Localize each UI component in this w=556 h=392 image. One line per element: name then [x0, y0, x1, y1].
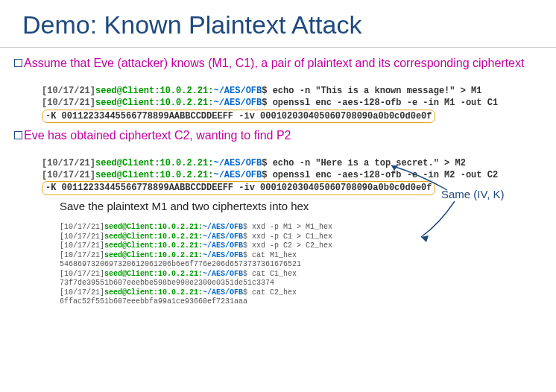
hex-l2: [10/17/21]seed@Client:10.0.2.21:~/AES/OF… — [60, 233, 332, 241]
hex-l5: 5468697320697320612061206b6e6f776e206d65… — [60, 260, 301, 268]
cmd: $ echo -n "This is a known message!" > M… — [262, 86, 481, 96]
title-divider — [0, 47, 556, 48]
path: ~/AES/OFB — [213, 86, 262, 96]
hex-l1: [10/17/21]seed@Client:10.0.2.21:~/AES/OF… — [60, 223, 332, 231]
host: :10.0.2.21: — [154, 158, 213, 168]
path: ~/AES/OFB — [213, 158, 262, 168]
ts: [10/17/21] — [42, 98, 95, 108]
subheading-save-hex: Save the plaintext M1 and two ciphertext… — [60, 200, 526, 212]
ts: [10/17/21] — [42, 170, 95, 180]
boxed-key-iv-1: -K 00112233445566778899AABBCCDDEEFF -iv … — [42, 110, 435, 123]
terminal-block-1: [10/17/21]seed@Client:10.0.2.21:~/AES/OF… — [42, 73, 526, 123]
host: :10.0.2.21: — [154, 86, 213, 96]
user: seed@Client — [95, 158, 154, 168]
bullet-1: Assume that Eve (attacker) knows (M1, C1… — [24, 57, 526, 70]
bullet-2-text: Eve has obtained ciphertext C2, wanting … — [24, 129, 291, 142]
hex-l3: [10/17/21]seed@Client:10.0.2.21:~/AES/OF… — [60, 241, 332, 250]
bullet-1-text: Assume that Eve (attacker) knows (M1, C1… — [24, 57, 524, 69]
hex-l8: [10/17/21]seed@Client:10.0.2.21:~/AES/OF… — [60, 288, 297, 297]
ts: [10/17/21] — [42, 158, 95, 168]
hex-l7: 73f7de39551b607eeebbe598be998e2300e0351d… — [60, 279, 274, 287]
bullet-square-icon — [14, 59, 22, 67]
key-iv-2: -K 00112233445566778899AABBCCDDEEFF -iv … — [45, 183, 432, 193]
hex-l9: 6ffac52f551b607eeebbfa99a1ce93660ef7231a… — [60, 297, 247, 306]
user: seed@Client — [95, 170, 154, 180]
cmd: $ openssl enc -aes-128-ofb -e -in M1 -ou… — [262, 98, 498, 108]
bullet-square-icon — [14, 131, 22, 139]
cmd: $ openssl enc -aes-128-ofb -e -in M2 -ou… — [262, 170, 498, 180]
path: ~/AES/OFB — [213, 170, 262, 180]
hex-l4: [10/17/21]seed@Client:10.0.2.21:~/AES/OF… — [60, 251, 297, 259]
user: seed@Client — [95, 86, 154, 96]
hex-l6: [10/17/21]seed@Client:10.0.2.21:~/AES/OF… — [60, 270, 297, 278]
host: :10.0.2.21: — [154, 170, 213, 180]
ts: [10/17/21] — [42, 86, 95, 96]
cmd: $ echo -n "Here is a top secret." > M2 — [262, 158, 466, 168]
key-iv-1: -K 00112233445566778899AABBCCDDEEFF -iv … — [45, 111, 432, 121]
bullet-2: Eve has obtained ciphertext C2, wanting … — [24, 129, 526, 142]
boxed-key-iv-2: -K 00112233445566778899AABBCCDDEEFF -iv … — [42, 181, 435, 195]
user: seed@Client — [95, 98, 154, 108]
host: :10.0.2.21: — [154, 98, 213, 108]
annotation-same-iv-k: Same (IV, K) — [441, 188, 504, 200]
page-title: Demo: Known Plaintext Attack — [0, 0, 556, 44]
hex-output-block: [10/17/21]seed@Client:10.0.2.21:~/AES/OF… — [60, 214, 526, 307]
path: ~/AES/OFB — [213, 98, 262, 108]
